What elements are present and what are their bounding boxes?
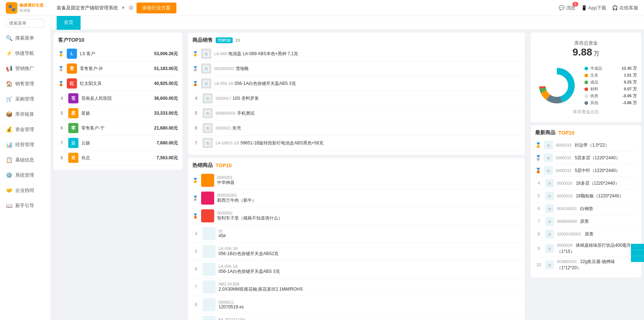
messages-button[interactable]: 💬 消息 6 (559, 5, 575, 11)
svg-text:图: 图 (206, 112, 209, 115)
tab-home[interactable]: 首页 (57, 16, 81, 30)
app-download-button[interactable]: 📱 App下载 (581, 5, 606, 11)
float-button[interactable]: 客服热线 (631, 244, 644, 250)
legend-item: 半成品 12.45 万 (584, 65, 637, 72)
hot-product-code: 01 (219, 229, 226, 233)
new-product-info: 0000031 5层中纤（1220*2440） (556, 168, 637, 174)
sidebar-item-采购管理[interactable]: 🛒采购管理 (0, 91, 50, 107)
customer-avatar: 肖 (68, 153, 78, 163)
svg-text:图: 图 (205, 67, 208, 71)
sidebar-item-新手引导[interactable]: 📖新手引导 (0, 198, 50, 213)
product-sales-card: 商品销售 TOP10 23 🥇 图 LA-089 电池盖 LA-089 ABS本… (188, 33, 525, 155)
sidebar-item-基础信息[interactable]: 📋基础信息 (0, 152, 50, 168)
svg-text:图: 图 (206, 127, 209, 130)
customer-value: 53,006.26元 (154, 51, 178, 57)
customer-top10-card: 客户TOP10 🥇 L LS 客户 53,006.26元 🥈 零 零售客户-许 … (54, 33, 182, 170)
inventory-chart-area: 半成品 12.45 万 文具 1.01 万 成品 0.25 万 材料 0.07 … (535, 61, 637, 110)
hot-product-name: 45# (219, 233, 226, 238)
online-service-button[interactable]: 🎧 在线客服 (612, 5, 638, 11)
new-product-item: 6 图 004100001 白钢垫 (535, 202, 637, 215)
new-product-image: 图 (545, 230, 554, 238)
nav-icon: 💰 (6, 126, 12, 133)
sidebar-item-搜索菜单[interactable]: 🔍搜索菜单 (0, 30, 50, 46)
legend-name: 半成品 (590, 66, 619, 71)
new-product-item: 7 图 000800008 原查 (535, 215, 637, 228)
search-nav-item[interactable] (0, 16, 50, 30)
new-product-name: 18颗粒板（1220*2440） (576, 193, 623, 198)
customer-name: 星扬 (81, 110, 151, 116)
product-name: 夹壳 (232, 126, 241, 131)
sidebar-item-经营管理[interactable]: 📊经营管理 (0, 137, 50, 152)
nav-icon: 📊 (6, 141, 12, 148)
svg-text:图: 图 (548, 264, 551, 267)
inventory-card: 库存总资金 9.88 万 (531, 33, 641, 122)
legend-name: 文具 (590, 73, 622, 78)
inventory-sub-label: 库存资金占比 (535, 109, 637, 115)
hot-product-name: 新西兰牛肉（新牛） (217, 197, 256, 204)
product-image-placeholder: 图 (201, 78, 211, 89)
rank-number: 5 (535, 193, 542, 198)
customer-name: 肖总 (81, 155, 154, 161)
sidebar-item-系统管理[interactable]: ⚙️系统管理 (0, 168, 50, 183)
hot-product-name: 12070519-xs (219, 304, 244, 309)
search-menu-input[interactable] (6, 19, 45, 28)
sidebar-item-销售管理[interactable]: 🏠销售管理 (0, 76, 50, 91)
medal-gold-icon: 🥇 (192, 178, 198, 183)
gear-icon[interactable]: ⚙ (129, 4, 134, 11)
legend-item: 文具 1.01 万 (584, 72, 637, 79)
float-button[interactable]: 直播 (631, 256, 644, 262)
hot-products-title: 热销商品 TOP10 (192, 162, 521, 169)
legend-color-dot (584, 67, 588, 70)
product-sales-item: 🥈 图 001000002 雪地靴 (192, 61, 521, 76)
new-products-card: 最新商品 TOP10 🥇 图 0000033 封边带（1.0*22） 🥈 图 0… (531, 125, 641, 278)
app-icon: 📱 (581, 5, 587, 11)
float-button[interactable]: 服务社区 (631, 250, 644, 256)
svg-text:图: 图 (206, 97, 209, 100)
legend-value: -3.86 万 (623, 100, 637, 106)
new-product-name: 白钢垫 (580, 206, 593, 211)
hot-product-item: 6 LA-056-1A 056-1A白色按键开关盖ABS 3克 (192, 260, 521, 278)
message-icon: 💬 (559, 5, 564, 11)
nav-label: 基础信息 (15, 157, 34, 163)
legend-color-dot (584, 74, 588, 77)
try-button[interactable]: 体验行业方案 (136, 3, 176, 13)
inventory-value: 9.88 (572, 46, 592, 58)
rank-number: 7 (192, 284, 200, 290)
rank-number: 7 (535, 219, 542, 224)
sidebar-item-企业协同[interactable]: 🤝企业协同 (0, 183, 50, 198)
logo-area: 🐾 畅捷通好生意 标准版 (6, 2, 57, 14)
rank-number: 6 (192, 126, 200, 131)
hot-product-code: 0000002 (217, 211, 282, 215)
hot-product-image (201, 192, 214, 205)
inventory-label: 库存总资金 (574, 40, 598, 46)
legend-value: -0.05 万 (623, 93, 637, 99)
legend-value: 0.25 万 (624, 79, 637, 85)
new-product-image: 图 (544, 153, 553, 162)
float-buttons: 客服热线服务社区直播 (631, 244, 644, 262)
hot-product-image-placeholder (203, 298, 216, 311)
new-product-code: 0000032 (556, 156, 571, 160)
customer-avatar: 零 (68, 123, 78, 133)
hot-product-item: 7 NB2.0X30B 2.0X30MM双摇花轴,摇花直径2.1MM/ROHS (192, 278, 521, 296)
system-name: 装备及固定资产辅助管理系统 (57, 5, 118, 11)
donut-svg (535, 64, 579, 107)
product-name: 手机测试 (237, 111, 254, 116)
sidebar-item-快捷导航[interactable]: ⚡快捷导航 (0, 46, 50, 61)
medal-gold-icon: 🥇 (535, 142, 541, 148)
hot-product-name: 智利车子里（规格不知道填什么） (217, 215, 282, 221)
sidebar-item-营销推广[interactable]: 📢营销推广 (0, 61, 50, 76)
dropdown-icon[interactable]: ▼ (121, 5, 126, 11)
customer-name: 零售客户-于 (81, 125, 151, 131)
sidebar-item-资金管理[interactable]: 💰资金管理 (0, 122, 50, 137)
sidebar-item-库存核算[interactable]: 📦库存核算 (0, 107, 50, 122)
customer-list-item: 🥇 L LS 客户 53,006.26元 (58, 46, 178, 61)
hot-product-name: 056-1B白色按键开关盒ABS2克 (219, 251, 278, 257)
svg-text:图: 图 (547, 157, 550, 160)
svg-text:图: 图 (205, 52, 208, 56)
system-selector: 装备及固定资产辅助管理系统 ▼ ⚙ 体验行业方案 (57, 3, 559, 13)
new-product-code: 0000033 (556, 143, 571, 147)
product-sales-item: 6 图 0000021 夹壳 (192, 121, 521, 136)
product-info: 0000017 10S 变料罗浆 (216, 95, 521, 102)
content-tabs: 首页 (51, 16, 644, 30)
legend-name: 材料 (590, 86, 622, 92)
